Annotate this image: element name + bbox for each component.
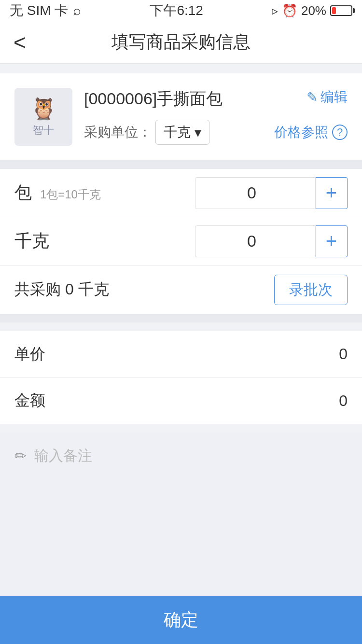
unit-price-row: 单价 0 [0,331,362,378]
product-card: 🦉 智十 [0000006]手撕面包 ✎ 编辑 采购单位： 千克 ▾ [0,73,362,160]
section-divider-1 [0,160,362,169]
product-logo-text: 智十 [33,123,54,138]
status-bar: 无 SIM 卡 ⌕ 下午6:12 ▹ ⏰ 20% [0,0,362,21]
battery-icon [330,5,352,16]
product-logo: 🦉 [30,96,57,121]
unit-value: 千克 [164,123,191,141]
kg-label-group: 千克 [14,229,49,253]
batch-button[interactable]: 录批次 [274,275,348,305]
status-left: 无 SIM 卡 ⌕ [10,1,81,20]
help-icon: ? [332,125,348,140]
edit-label: 编辑 [320,88,348,106]
unit-select[interactable]: 千克 ▾ [155,120,209,145]
bao-plus-button[interactable]: + [316,177,348,209]
summary-row: 共采购 0 千克 录批次 [0,266,362,314]
battery-percent: 20% [301,3,326,18]
main-content: 🦉 智十 [0000006]手撕面包 ✎ 编辑 采购单位： 千克 ▾ [0,73,362,644]
unit-label: 采购单位： [84,123,152,141]
price-ref-label: 价格参照 [274,123,328,141]
bao-input[interactable] [195,177,316,209]
bao-input-row: 包 1包=10千克 + [0,169,362,217]
unit-price-value: 0 [339,345,348,363]
price-reference-button[interactable]: 价格参照 ? [274,123,348,141]
confirm-button[interactable]: 确定 [0,596,362,644]
amount-value: 0 [339,392,348,410]
kg-input-row: 千克 + [0,217,362,266]
location-icon: ▹ [272,3,278,18]
kg-input-right: + [195,225,348,257]
product-info: [0000006]手撕面包 ✎ 编辑 采购单位： 千克 ▾ 价格参照 ? [84,88,348,145]
product-thumbnail: 🦉 智十 [14,88,72,146]
price-section: 单价 0 金额 0 [0,331,362,424]
note-placeholder: 输入备注 [34,446,92,466]
kg-plus-button[interactable]: + [316,225,348,257]
page-title: 填写商品采购信息 [111,30,251,54]
bao-sub-label: 1包=10千克 [40,188,101,201]
unit-price-label: 单价 [14,344,45,365]
status-time: 下午6:12 [150,1,203,20]
kg-label: 千克 [14,231,49,251]
bao-input-right: + [195,177,348,209]
confirm-label: 确定 [164,608,198,632]
edit-icon: ✎ [306,89,318,105]
amount-label: 金额 [14,390,45,411]
kg-input[interactable] [195,225,316,257]
section-divider-2 [0,314,362,322]
pencil-icon: ✏ [14,448,27,464]
bao-label-group: 包 1包=10千克 [14,181,101,205]
summary-text: 共采购 0 千克 [14,279,109,300]
product-name: [0000006]手撕面包 [84,88,306,110]
amount-row: 金额 0 [0,378,362,424]
input-section: 包 1包=10千克 + 千克 + [0,169,362,266]
wifi-icon: ⌕ [73,3,81,18]
chevron-down-icon: ▾ [195,125,201,140]
nav-bar: < 填写商品采购信息 [0,21,362,64]
edit-button[interactable]: ✎ 编辑 [306,88,348,106]
bao-label: 包 [14,182,32,202]
note-section[interactable]: ✏ 输入备注 [0,433,362,479]
alarm-icon: ⏰ [282,3,297,18]
sim-status: 无 SIM 卡 [10,1,68,20]
status-right: ▹ ⏰ 20% [272,3,352,18]
back-button[interactable]: < [14,30,26,55]
